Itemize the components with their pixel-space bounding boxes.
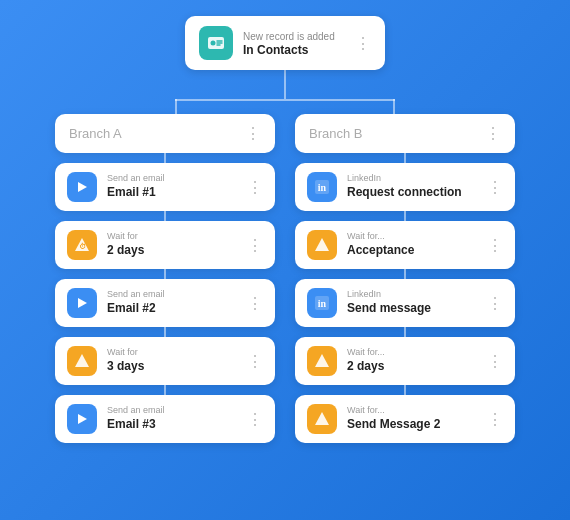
step-b4-icon: [307, 346, 337, 376]
step-b5-text: Wait for... Send Message 2: [347, 405, 477, 432]
step-b1-more[interactable]: ⋮: [487, 178, 503, 197]
svg-marker-10: [78, 414, 87, 424]
step-b4: Wait for... 2 days ⋮: [295, 337, 515, 385]
step-a4-icon: [67, 346, 97, 376]
step-a2: ⏱ Wait for 2 days ⋮: [55, 221, 275, 269]
branch-connector: [65, 84, 505, 114]
step-connector-b3: [404, 269, 406, 279]
step-a1-title: Email #1: [107, 185, 237, 201]
branch-b-label: Branch B: [309, 126, 362, 141]
svg-marker-8: [78, 298, 87, 308]
svg-marker-13: [315, 238, 329, 251]
step-b5-title: Send Message 2: [347, 417, 477, 433]
branch-right-line: [393, 99, 395, 114]
step-b1-subtitle: LinkedIn: [347, 173, 477, 185]
step-a5-icon: [67, 404, 97, 434]
step-a2-text: Wait for 2 days: [107, 231, 237, 258]
step-b1-title: Request connection: [347, 185, 477, 201]
step-a1-subtitle: Send an email: [107, 173, 237, 185]
step-a4-title: 3 days: [107, 359, 237, 375]
step-a4-text: Wait for 3 days: [107, 347, 237, 374]
step-a1-text: Send an email Email #1: [107, 173, 237, 200]
step-b1-icon: in: [307, 172, 337, 202]
step-b2-title: Acceptance: [347, 243, 477, 259]
columns: Branch A ⋮ Send an email Email #1 ⋮: [20, 114, 550, 443]
step-a4-subtitle: Wait for: [107, 347, 237, 359]
step-a1-more[interactable]: ⋮: [247, 178, 263, 197]
step-a2-more[interactable]: ⋮: [247, 236, 263, 255]
root-node: New record is added In Contacts ⋮: [185, 16, 385, 70]
step-a3-subtitle: Send an email: [107, 289, 237, 301]
step-b4-title: 2 days: [347, 359, 477, 375]
step-a1-icon: [67, 172, 97, 202]
step-connector-b5: [404, 385, 406, 395]
step-b3-text: LinkedIn Send message: [347, 289, 477, 316]
step-b2-subtitle: Wait for...: [347, 231, 477, 243]
step-connector-a1: [164, 153, 166, 163]
step-connector-a3: [164, 269, 166, 279]
step-a5-subtitle: Send an email: [107, 405, 237, 417]
root-title: In Contacts: [243, 43, 345, 57]
step-b3-icon: in: [307, 288, 337, 318]
branch-a-more[interactable]: ⋮: [245, 124, 261, 143]
svg-marker-17: [315, 412, 329, 425]
step-a5-text: Send an email Email #3: [107, 405, 237, 432]
step-b3-subtitle: LinkedIn: [347, 289, 477, 301]
step-b3-more[interactable]: ⋮: [487, 294, 503, 313]
step-b2-more[interactable]: ⋮: [487, 236, 503, 255]
step-a1: Send an email Email #1 ⋮: [55, 163, 275, 211]
step-a3-text: Send an email Email #2: [107, 289, 237, 316]
step-b4-more[interactable]: ⋮: [487, 352, 503, 371]
step-b2-icon: [307, 230, 337, 260]
svg-marker-5: [78, 182, 87, 192]
step-a4: Wait for 3 days ⋮: [55, 337, 275, 385]
step-connector-b1: [404, 153, 406, 163]
branch-b-column: Branch B ⋮ in LinkedIn Request connectio…: [295, 114, 515, 443]
step-a4-more[interactable]: ⋮: [247, 352, 263, 371]
root-icon: [199, 26, 233, 60]
step-a5-more[interactable]: ⋮: [247, 410, 263, 429]
step-b3: in LinkedIn Send message ⋮: [295, 279, 515, 327]
branch-a-label: Branch A: [69, 126, 122, 141]
svg-text:in: in: [318, 182, 327, 193]
svg-text:⏱: ⏱: [79, 242, 86, 250]
step-b4-subtitle: Wait for...: [347, 347, 477, 359]
step-connector-b2: [404, 211, 406, 221]
step-a2-title: 2 days: [107, 243, 237, 259]
step-b5-more[interactable]: ⋮: [487, 410, 503, 429]
root-more-icon[interactable]: ⋮: [355, 34, 371, 53]
step-a2-icon: ⏱: [67, 230, 97, 260]
step-b1-text: LinkedIn Request connection: [347, 173, 477, 200]
svg-marker-16: [315, 354, 329, 367]
root-text: New record is added In Contacts: [243, 30, 345, 57]
branch-a-column: Branch A ⋮ Send an email Email #1 ⋮: [55, 114, 275, 443]
step-a2-subtitle: Wait for: [107, 231, 237, 243]
branch-left-line: [175, 99, 177, 114]
step-b5-subtitle: Wait for...: [347, 405, 477, 417]
svg-text:in: in: [318, 298, 327, 309]
step-connector-a5: [164, 385, 166, 395]
step-a5: Send an email Email #3 ⋮: [55, 395, 275, 443]
step-b2: Wait for... Acceptance ⋮: [295, 221, 515, 269]
svg-marker-9: [75, 354, 89, 367]
step-connector-a2: [164, 211, 166, 221]
step-a3-title: Email #2: [107, 301, 237, 317]
step-a3-more[interactable]: ⋮: [247, 294, 263, 313]
branch-a-header: Branch A ⋮: [55, 114, 275, 153]
flow-container: New record is added In Contacts ⋮ Branch…: [20, 16, 550, 443]
svg-point-1: [211, 41, 216, 46]
step-b1: in LinkedIn Request connection ⋮: [295, 163, 515, 211]
root-down-line: [284, 70, 286, 84]
step-connector-a4: [164, 327, 166, 337]
step-b3-title: Send message: [347, 301, 477, 317]
step-b5: Wait for... Send Message 2 ⋮: [295, 395, 515, 443]
step-connector-b4: [404, 327, 406, 337]
root-subtitle: New record is added: [243, 30, 345, 43]
branch-b-more[interactable]: ⋮: [485, 124, 501, 143]
step-a3-icon: [67, 288, 97, 318]
step-a5-title: Email #3: [107, 417, 237, 433]
step-b2-text: Wait for... Acceptance: [347, 231, 477, 258]
step-a3: Send an email Email #2 ⋮: [55, 279, 275, 327]
branch-b-header: Branch B ⋮: [295, 114, 515, 153]
step-b4-text: Wait for... 2 days: [347, 347, 477, 374]
